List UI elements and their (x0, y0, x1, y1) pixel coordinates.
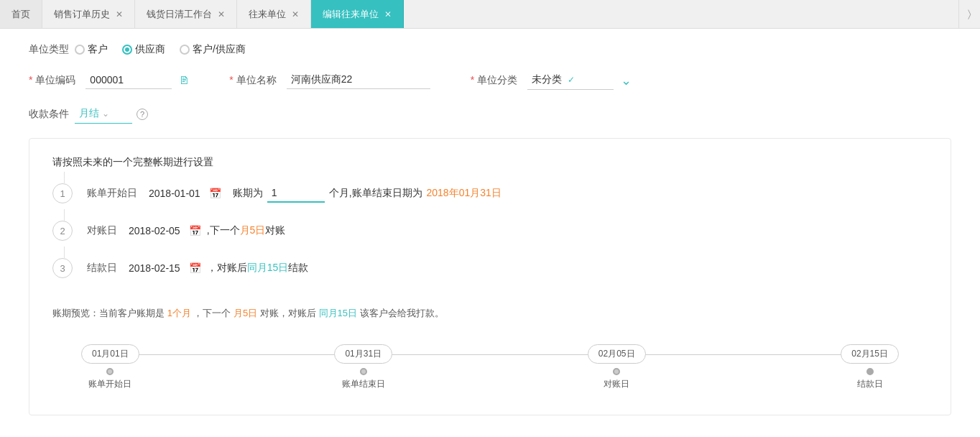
tab-bar: 首页 销售订单历史 ✕ 钱货日清工作台 ✕ 往来单位 ✕ 编辑往来单位 ✕ 〉 (0, 0, 980, 29)
help-icon[interactable]: ? (137, 109, 148, 120)
payment-terms-value: 月结 (79, 107, 99, 120)
preview-highlight2: 月5日 (234, 308, 257, 318)
timeline-bubble-2: 02月05日 (588, 344, 646, 364)
timeline-bubble-3: 02月15日 (841, 344, 899, 364)
category-dropdown-icon: ✓ (568, 75, 575, 85)
radio-customer[interactable]: 客户 (75, 43, 108, 56)
unit-category-value: 未分类 (532, 73, 562, 86)
step-label-3: 结款日 (87, 262, 117, 275)
tab-edit-partner[interactable]: 编辑往来单位 ✕ (311, 0, 404, 28)
category-chevron-icon: ⌄ (621, 73, 632, 88)
payment-terms-dropdown-icon: ⌄ (102, 109, 109, 119)
step-num-2: 2 (52, 221, 73, 241)
period-end-date: 2018年01月31日 (427, 187, 501, 200)
payment-terms-select[interactable]: 月结 ⌄ (75, 104, 132, 124)
unit-code-group: 单位编码 🖹 (29, 71, 189, 89)
step-label-1: 账单开始日 (87, 187, 137, 200)
preview-mid1: ，下一个 (193, 308, 231, 318)
tab-partners[interactable]: 往来单位 ✕ (237, 0, 311, 28)
payment-terms-label: 收款条件 (29, 108, 69, 121)
radio-circle-customer (75, 45, 85, 55)
timeline-dot-3 (866, 368, 874, 375)
main-content: 单位类型 客户 供应商 客户/供应商 单位编码 🖹 单位名称 (0, 29, 980, 437)
step3-desc-suffix: 结款 (288, 262, 308, 275)
step2-desc-suffix: 对账 (265, 224, 285, 237)
timeline-nodes: 01月01日 账单开始日 01月31日 账单结束日 02月05日 对账日 (81, 344, 899, 390)
timeline-dot-0 (106, 368, 114, 375)
calendar-icon-3[interactable]: 📅 (189, 262, 201, 274)
tab-expand-button[interactable]: 〉 (958, 0, 980, 28)
unit-type-label: 单位类型 (29, 43, 69, 56)
timeline-label-0: 账单开始日 (88, 378, 131, 390)
preview-highlight1: 1个月 (167, 308, 191, 318)
main-fields-row: 单位编码 🖹 单位名称 单位分类 未分类 ✓ ⌄ (29, 70, 951, 90)
radio-circle-customer-supplier (180, 45, 190, 55)
preview-suffix: 该客户会给我打款。 (360, 308, 444, 318)
step3-desc-prefix: ，对账后 (207, 262, 247, 275)
radio-customer-supplier[interactable]: 客户/供应商 (180, 43, 246, 56)
timeline-node-1: 01月31日 账单结束日 (334, 344, 392, 390)
unit-category-select[interactable]: 未分类 ✓ (527, 70, 614, 90)
period-unit-text: 个月,账单结束日期为 (329, 187, 422, 200)
unit-name-input[interactable] (287, 71, 430, 89)
tab-home[interactable]: 首页 (0, 0, 42, 28)
step2-highlight: 月5日 (240, 224, 266, 237)
close-tab-sales-history[interactable]: ✕ (116, 9, 123, 19)
timeline-label-2: 对账日 (604, 378, 629, 390)
unit-code-input[interactable] (85, 71, 172, 89)
period-input[interactable] (267, 184, 325, 203)
timeline-dot-1 (360, 368, 367, 375)
timeline-node-3: 02月15日 结款日 (841, 344, 899, 390)
step-num-3: 3 (52, 258, 73, 278)
unit-type-row: 单位类型 客户 供应商 客户/供应商 (29, 43, 951, 56)
radio-circle-supplier (122, 45, 132, 55)
close-tab-edit-partner[interactable]: ✕ (384, 9, 392, 19)
unit-code-label: 单位编码 (29, 74, 75, 87)
timeline-bubble-1: 01月31日 (334, 344, 392, 364)
step3-highlight: 同月15日 (247, 262, 289, 275)
step-num-1: 1 (52, 183, 73, 203)
period-label: 账期为 (233, 187, 263, 200)
step-label-2: 对账日 (87, 224, 117, 237)
timeline-bubble-0: 01月01日 (81, 344, 139, 364)
timeline-dot-2 (613, 368, 620, 375)
step-date-3: 2018-02-15 (129, 262, 180, 274)
timeline-label-1: 账单结束日 (342, 378, 385, 390)
preview-section: 账期预览：当前客户账期是 1个月 ，下一个 月5日 对账，对账后 同月15日 该… (52, 295, 928, 397)
step-date-1: 2018-01-01 (149, 188, 200, 199)
close-tab-cash-reconciliation[interactable]: ✕ (218, 9, 225, 19)
preview-text: 账期预览：当前客户账期是 1个月 ，下一个 月5日 对账，对账后 同月15日 该… (52, 307, 928, 320)
billing-cycle-section: 请按照未来的一个完整帐期进行设置 1 账单开始日 2018-01-01 📅 账期… (29, 138, 951, 415)
unit-category-label: 单位分类 (471, 74, 517, 87)
document-icon[interactable]: 🖹 (179, 75, 189, 86)
unit-type-radio-group: 客户 供应商 客户/供应商 (75, 43, 246, 56)
step-row-1: 1 账单开始日 2018-01-01 📅 账期为 个月,账单结束日期为 2018… (52, 183, 928, 203)
step-row-2: 2 对账日 2018-02-05 📅 ,下一个 月5日 对账 (52, 221, 928, 241)
timeline-label-3: 结款日 (857, 378, 883, 390)
timeline-node-2: 02月05日 对账日 (588, 344, 646, 390)
preview-mid2: 对账，对账后 (260, 308, 316, 318)
step2-desc-prefix: ,下一个 (207, 224, 240, 237)
close-tab-partners[interactable]: ✕ (292, 9, 299, 19)
radio-supplier[interactable]: 供应商 (122, 43, 165, 56)
section-title: 请按照未来的一个完整帐期进行设置 (52, 156, 928, 169)
calendar-icon-2[interactable]: 📅 (189, 225, 201, 236)
tab-cash-reconciliation[interactable]: 钱货日清工作台 ✕ (135, 0, 237, 28)
preview-highlight3: 同月15日 (319, 308, 357, 318)
step-row-3: 3 结款日 2018-02-15 📅 ，对账后 同月15日 结款 (52, 258, 928, 278)
unit-name-group: 单位名称 (229, 71, 430, 89)
step-date-2: 2018-02-05 (129, 225, 180, 236)
unit-category-group: 单位分类 未分类 ✓ ⌄ (471, 70, 632, 90)
timeline-node-0: 01月01日 账单开始日 (81, 344, 139, 390)
calendar-icon-1[interactable]: 📅 (209, 188, 221, 199)
timeline: 01月01日 账单开始日 01月31日 账单结束日 02月05日 对账日 (52, 337, 928, 397)
unit-name-label: 单位名称 (229, 74, 276, 87)
preview-prefix: 账期预览：当前客户账期是 (52, 308, 165, 318)
payment-terms-row: 收款条件 月结 ⌄ ? (29, 104, 951, 124)
tab-sales-history[interactable]: 销售订单历史 ✕ (42, 0, 135, 28)
